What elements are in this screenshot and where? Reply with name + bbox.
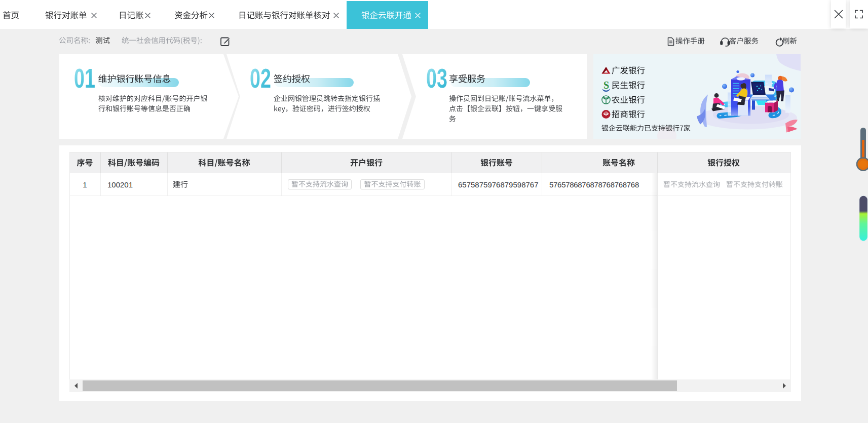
- svg-text:S: S: [603, 80, 609, 91]
